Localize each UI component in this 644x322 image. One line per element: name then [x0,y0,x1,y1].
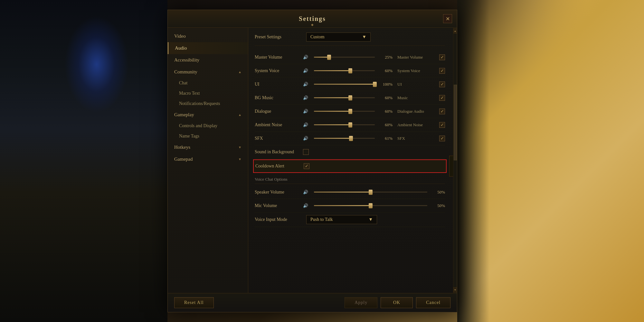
mic-volume-row: Mic Volume 🔊 50% [255,199,445,213]
gamepad-chevron: ▼ [238,157,242,161]
preset-dropdown[interactable]: Custom ▼ [306,33,371,42]
voice-input-mode-dropdown[interactable]: Push to Talk ▼ [306,215,377,224]
ui-right-label: UI [397,82,439,87]
sidebar-item-video-label: Video [174,33,186,39]
sfx-percent: 61% [378,136,393,141]
mic-volume-label: Mic Volume [255,203,303,208]
ui-label: UI [255,82,303,87]
footer-right-buttons: Apply OK Cancel [345,297,450,308]
scroll-thumb[interactable] [454,85,457,160]
ui-percent: 100% [378,82,393,87]
sidebar-item-notifications[interactable]: Notifications/Requests [168,99,248,109]
sidebar-item-audio-label: Audio [175,45,187,51]
sidebar-item-hotkeys-label: Hotkeys [174,145,190,150]
sound-in-bg-checkbox[interactable] [303,149,309,155]
ambient-noise-slider[interactable] [314,124,375,125]
reset-all-button[interactable]: Reset All [174,297,214,308]
scroll-down-button[interactable]: ▼ [453,287,457,292]
bg-music-label: BG Music [255,95,303,100]
voice-input-mode-label: Voice Input Mode [255,217,303,222]
mic-volume-percent: 50% [431,203,445,208]
master-volume-checkbox[interactable] [439,54,445,60]
cooldown-alert-checkbox[interactable] [304,163,309,169]
sidebar-item-audio[interactable]: Audio [168,42,248,54]
sfx-slider[interactable] [314,138,375,139]
ambient-noise-percent: 60% [378,122,393,128]
community-chevron-up: ▲ [238,70,242,74]
sfx-right-label: SFX [397,136,439,141]
sidebar-notifications-label: Notifications/Requests [179,101,220,106]
sidebar: Video Audio Accessibility Community ▲ Ch… [168,28,248,293]
speaker-volume-slider[interactable] [314,192,427,193]
sidebar-item-chat[interactable]: Chat [168,78,248,88]
voice-input-mode-row: Voice Input Mode Push to Talk ▼ [255,213,445,227]
sidebar-item-controls[interactable]: Controls and Display [168,121,248,131]
speaker-volume-icon: 🔊 [303,190,308,195]
cancel-button[interactable]: Cancel [416,297,450,308]
scroll-track[interactable] [454,34,457,287]
title-bar: Settings ◆ ✕ [168,10,457,28]
blue-glow-effect [64,16,129,113]
preset-row: Preset Settings Custom ▼ [255,33,445,46]
left-scene [0,0,167,322]
speaker-volume-percent: 50% [431,190,445,195]
dialogue-percent: 60% [378,109,393,114]
master-volume-row: Master Volume 🔊 25% Master Volume [255,51,445,64]
sidebar-controls-label: Controls and Display [179,123,217,128]
master-volume-label: Master Volume [255,55,303,60]
ambient-noise-right-label: Ambient Noise [397,122,439,128]
dialogue-checkbox[interactable] [439,109,445,114]
title-decoration: ◆ [311,23,314,26]
apply-button[interactable]: Apply [345,297,377,308]
system-voice-checkbox[interactable] [439,68,445,74]
system-voice-right-label: System Voice [397,68,439,73]
sidebar-item-macro-text[interactable]: Macro Text [168,88,248,99]
sidebar-item-nametags[interactable]: Name Tags [168,131,248,141]
sidebar-item-gameplay[interactable]: Gameplay ▲ [168,109,248,121]
dialogue-slider[interactable] [314,111,375,112]
cooldown-alert-label: Cooldown Alert [255,164,304,169]
sidebar-item-video[interactable]: Video [168,30,248,42]
bg-music-icon: 🔊 [303,95,308,100]
close-button[interactable]: ✕ [443,14,452,23]
sidebar-nametags-label: Name Tags [179,134,199,138]
bg-music-right-label: Music [397,95,439,100]
speaker-volume-label: Speaker Volume [255,190,303,195]
voice-input-chevron: ▼ [368,217,373,222]
voice-input-value: Push to Talk [310,217,333,222]
ui-checkbox[interactable] [439,81,445,87]
bg-music-checkbox[interactable] [439,95,445,101]
ambient-noise-checkbox[interactable] [439,122,445,128]
sound-in-bg-label: Sound in Background [255,149,303,155]
mic-volume-icon: 🔊 [303,203,308,208]
preset-label: Preset Settings [255,34,306,40]
master-volume-slider[interactable] [314,57,375,58]
dialogue-row: Dialogue 🔊 60% Dialogue Audio [255,105,445,118]
settings-dialog: Settings ◆ ✕ Video Audio Accessibility C… [167,10,457,312]
sidebar-item-accessibility[interactable]: Accessibility [168,54,248,66]
sidebar-item-hotkeys[interactable]: Hotkeys ▼ [168,141,248,153]
cooldown-alert-row: Cooldown Alert Cooldown Alert Toggle not… [253,159,447,173]
sidebar-item-gamepad[interactable]: Gamepad ▼ [168,153,248,165]
sidebar-chat-label: Chat [179,80,187,85]
bg-music-slider[interactable] [314,97,375,98]
sidebar-item-community[interactable]: Community ▲ [168,66,248,78]
sfx-checkbox[interactable] [439,136,445,141]
ambient-noise-row: Ambient Noise 🔊 60% Ambient Noise [255,118,445,132]
ok-button[interactable]: OK [381,297,413,308]
sound-in-bg-row: Sound in Background [255,145,445,159]
content-area: Preset Settings Custom ▼ Master Volume 🔊 [248,28,453,293]
master-volume-right-label: Master Volume [397,55,439,60]
scrollbar[interactable]: ▲ ▼ [453,28,457,293]
speaker-volume-row: Speaker Volume 🔊 50% [255,185,445,199]
content-scroll[interactable]: Preset Settings Custom ▼ Master Volume 🔊 [248,28,453,293]
scroll-up-button[interactable]: ▲ [453,28,457,33]
system-voice-slider[interactable] [314,70,375,71]
preset-chevron: ▼ [362,34,366,40]
mic-volume-slider[interactable] [314,205,427,206]
sidebar-item-accessibility-label: Accessibility [174,57,199,63]
right-scene [457,0,644,322]
system-voice-label: System Voice [255,68,303,73]
ui-slider[interactable] [314,84,375,85]
sidebar-macro-label: Macro Text [179,91,200,96]
